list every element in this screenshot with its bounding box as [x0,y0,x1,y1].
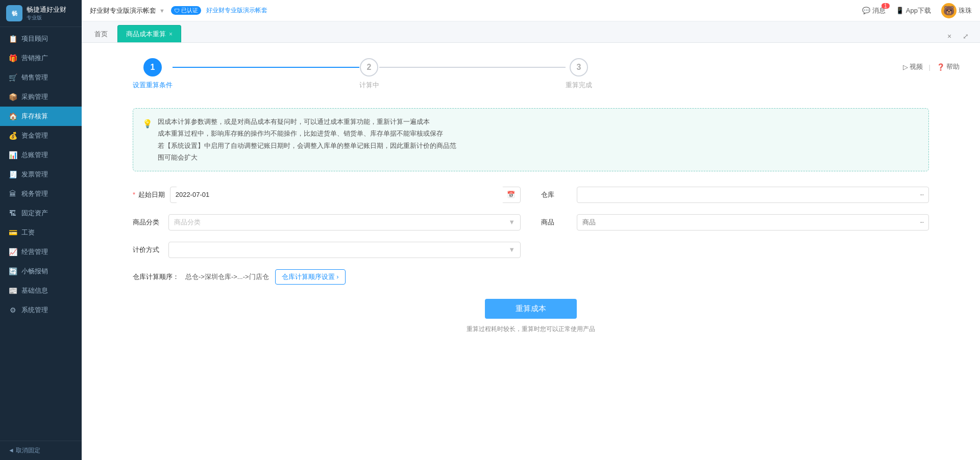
basic-icon: 📰 [8,286,17,295]
goods-input[interactable] [582,218,917,226]
sidebar-item-purchase[interactable]: 📦 采购管理 [0,87,82,107]
category-label: 商品分类 [133,218,163,227]
avatar-image: 🐻 [943,5,954,16]
tax-icon: 🏛 [8,189,17,198]
sidebar: 畅 畅捷通好业财 专业版 📋 项目顾问 🎁 营销推广 🛒 销售管理 📦 采购管理… [0,0,82,460]
form-row-1: * 起始日期 📅 仓库 ··· [133,187,929,203]
warehouse-input[interactable] [582,191,917,198]
step-3-circle: 3 [570,58,588,76]
step-line-2 [379,67,566,68]
topbar-actions: 💬 消息 1 📱 App下载 🐻 珠珠 [862,3,972,18]
tabs-bar: 首页 商品成本重算 × × ⤢ [82,21,980,43]
topbar: 好业财专业版演示帐套 ▼ 🛡 已认证 好业财专业版演示帐套 💬 消息 1 📱 A… [82,0,980,21]
play-icon: ▷ [903,63,908,71]
category-select[interactable]: 商品分类 ▼ [168,214,521,231]
sales-icon: 🛒 [8,73,17,82]
sidebar-item-system[interactable]: ⚙ 系统管理 [0,300,82,320]
steps-container: 1 设置重算条件 2 计算中 3 [133,58,592,90]
sidebar-item-basic[interactable]: 📰 基础信息 [0,281,82,300]
sidebar-item-project[interactable]: 📋 项目顾问 [0,29,82,48]
ops-icon: 📈 [8,247,17,257]
info-text: 因成本计算参数调整，或是对商品成本有疑问时，可以通过成本重算功能，重新计算一遍成… [158,116,456,164]
step-1: 1 设置重算条件 [133,58,173,90]
message-button[interactable]: 💬 消息 1 [862,6,886,15]
info-section: 💡 因成本计算参数调整，或是对商品成本有疑问时，可以通过成本重算功能，重新计算一… [102,108,960,171]
avatar: 🐻 [941,3,957,18]
price-method-label: 计价方式 [133,245,163,254]
main-content: 1 设置重算条件 2 计算中 3 [82,43,980,460]
tab-home[interactable]: 首页 [86,25,116,42]
sidebar-item-expense[interactable]: 🔄 小畅报销 [0,262,82,281]
main-area: 好业财专业版演示帐套 ▼ 🛡 已认证 好业财专业版演示帐套 💬 消息 1 📱 A… [82,0,980,460]
sidebar-item-marketing[interactable]: 🎁 营销推广 [0,48,82,68]
chevron-down-icon: ▼ [508,218,515,226]
start-date-input-wrapper: 📅 [170,187,521,203]
help-links: ▷ 视频 | ❓ 帮助 [903,62,960,71]
step-1-circle: 1 [143,58,162,76]
sidebar-item-inventory[interactable]: 🏠 库存核算 [0,107,82,126]
price-method-field: 计价方式 ▼ [133,242,521,258]
start-date-input[interactable] [176,187,504,203]
question-icon: ❓ [937,63,945,71]
warehouse-input-wrapper[interactable]: ··· [577,187,929,203]
step-3: 3 重算完成 [566,58,592,90]
app-title: 畅捷通好业财 专业版 [27,6,66,21]
user-avatar[interactable]: 🐻 珠珠 [941,3,972,18]
step-2-circle: 2 [360,58,378,76]
expense-icon: 🔄 [8,267,17,276]
account-selector[interactable]: 好业财专业版演示帐套 ▼ [90,6,165,15]
step-3-label: 重算完成 [566,81,592,90]
assets-icon: 🏗 [8,209,17,218]
app-download-button[interactable]: 📱 App下载 [896,6,931,15]
sidebar-item-assets[interactable]: 🏗 固定资产 [0,203,82,223]
sidebar-item-sales[interactable]: 🛒 销售管理 [0,68,82,87]
accounting-icon: 📊 [8,150,17,160]
invoice-icon: 🧾 [8,170,17,179]
finance-icon: 💰 [8,131,17,140]
tab-cost-recalc[interactable]: 商品成本重算 × [117,25,181,42]
sidebar-item-tax[interactable]: 🏛 税务管理 [0,184,82,203]
sidebar-item-finance[interactable]: 💰 资金管理 [0,126,82,145]
start-date-field: * 起始日期 📅 [133,187,521,203]
start-date-label: * 起始日期 [133,190,165,199]
marketing-icon: 🎁 [8,54,17,63]
step-2: 2 计算中 [359,58,379,90]
maximize-button[interactable]: ⤢ [960,30,972,42]
help-link[interactable]: ❓ 帮助 [937,62,960,71]
form-row-3: 计价方式 ▼ [133,242,929,258]
message-icon: 💬 [862,7,870,14]
form-row-2: 商品分类 商品分类 ▼ 商品 ··· [133,214,929,231]
video-link[interactable]: ▷ 视频 [903,62,923,71]
step-2-label: 计算中 [359,81,379,90]
form-section: * 起始日期 📅 仓库 ··· [102,187,960,334]
info-box: 💡 因成本计算参数调整，或是对商品成本有疑问时，可以通过成本重算功能，重新计算一… [133,108,929,171]
recalc-tip: 重算过程耗时较长，重算时您可以正常使用产品 [467,325,595,334]
verified-badge: 🛡 已认证 好业财专业版演示帐套 [171,6,267,15]
more-icon[interactable]: ··· [920,190,923,199]
category-field: 商品分类 商品分类 ▼ [133,214,521,231]
warehouse-order-row: 仓库计算顺序： 总仓->深圳仓库->...->门店仓 仓库计算顺序设置 › [133,269,929,285]
window-controls: × ⤢ [943,30,976,42]
calendar-icon[interactable]: 📅 [507,191,515,198]
sidebar-item-salary[interactable]: 💳 工资 [0,223,82,242]
tab-close-icon[interactable]: × [169,31,173,38]
sidebar-item-invoice[interactable]: 🧾 发票管理 [0,165,82,184]
step-1-label: 设置重算条件 [133,81,173,90]
warehouse-order-label: 仓库计算顺序： [133,272,179,282]
purchase-icon: 📦 [8,92,17,101]
sidebar-footer[interactable]: ◄ 取消固定 [0,441,82,460]
warehouse-label: 仓库 [541,190,572,199]
step-line-1 [173,67,359,68]
inventory-icon: 🏠 [8,112,17,121]
close-button[interactable]: × [943,30,955,42]
sidebar-item-accounting[interactable]: 📊 总账管理 [0,145,82,165]
recalc-btn[interactable]: 重算成本 [485,299,577,319]
shield-icon: 🛡 [174,8,180,14]
sidebar-header: 畅 畅捷通好业财 专业版 [0,0,82,27]
goods-more-icon[interactable]: ··· [920,218,923,227]
price-method-select[interactable]: ▼ [168,242,521,258]
salary-icon: 💳 [8,228,17,237]
warehouse-order-btn[interactable]: 仓库计算顺序设置 › [275,269,346,285]
sidebar-item-ops[interactable]: 📈 经营管理 [0,242,82,262]
dropdown-icon: ▼ [159,8,165,14]
